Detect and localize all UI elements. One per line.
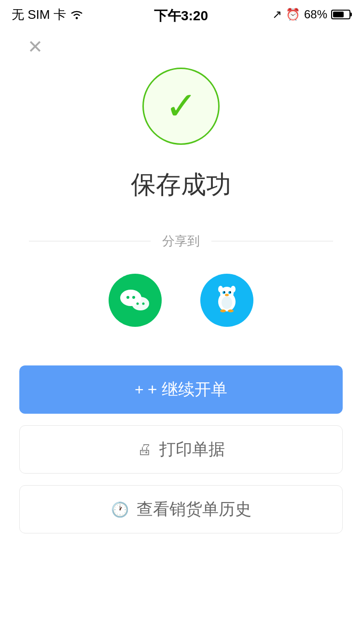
svg-point-6	[142, 303, 145, 305]
qq-share-button[interactable]	[200, 274, 253, 327]
wifi-icon	[70, 9, 84, 20]
alarm-icon: ⏰	[286, 8, 300, 21]
print-icon: 🖨	[137, 441, 152, 458]
success-circle: ✓	[142, 68, 220, 145]
battery-fill	[333, 12, 344, 17]
battery-icon	[331, 10, 350, 19]
close-button[interactable]: ✕	[23, 35, 47, 59]
share-section: 分享到	[0, 233, 362, 327]
status-bar: 无 SIM 卡 下午3:20 ↗ ⏰ 68%	[0, 0, 362, 29]
print-label: 打印单据	[159, 438, 225, 461]
main-content: ✓ 保存成功 分享到	[0, 29, 362, 533]
svg-point-2	[126, 296, 129, 299]
continue-label: + 继续开单	[148, 378, 227, 401]
svg-point-18	[231, 286, 236, 293]
svg-point-16	[228, 309, 234, 312]
history-icon: 🕐	[111, 501, 129, 518]
continue-button[interactable]: + + 继续开单	[19, 365, 343, 414]
print-button[interactable]: 🖨 打印单据	[19, 425, 343, 474]
share-label: 分享到	[151, 233, 211, 250]
wechat-icon-svg	[118, 283, 152, 317]
close-icon: ✕	[28, 38, 43, 56]
status-left: 无 SIM 卡	[12, 6, 84, 23]
qq-icon-svg	[210, 283, 244, 317]
action-buttons: + + 继续开单 🖨 打印单据 🕐 查看销货单历史	[0, 365, 362, 533]
svg-point-11	[224, 292, 225, 293]
history-label: 查看销货单历史	[137, 498, 251, 520]
svg-point-15	[220, 309, 226, 312]
svg-point-14	[222, 296, 232, 309]
continue-icon: +	[135, 381, 144, 399]
svg-point-0	[75, 17, 78, 19]
checkmark-icon: ✓	[165, 87, 197, 126]
wechat-share-button[interactable]	[109, 274, 162, 327]
status-time: 下午3:20	[154, 7, 208, 25]
divider-right	[211, 241, 333, 241]
sim-label: 无 SIM 卡	[12, 6, 66, 23]
status-right: ↗ ⏰ 68%	[272, 8, 350, 21]
share-divider: 分享到	[0, 233, 362, 250]
success-title: 保存成功	[131, 168, 231, 202]
battery-container	[331, 10, 350, 19]
divider-left	[29, 241, 151, 241]
svg-point-3	[132, 296, 135, 299]
svg-point-5	[137, 303, 139, 305]
history-button[interactable]: 🕐 查看销货单历史	[19, 485, 343, 533]
svg-point-13	[225, 294, 229, 296]
svg-point-4	[132, 297, 149, 310]
location-icon: ↗	[272, 8, 282, 21]
share-icons	[109, 274, 253, 327]
svg-point-12	[230, 292, 231, 293]
svg-point-17	[218, 286, 223, 293]
battery-percent: 68%	[304, 8, 327, 21]
